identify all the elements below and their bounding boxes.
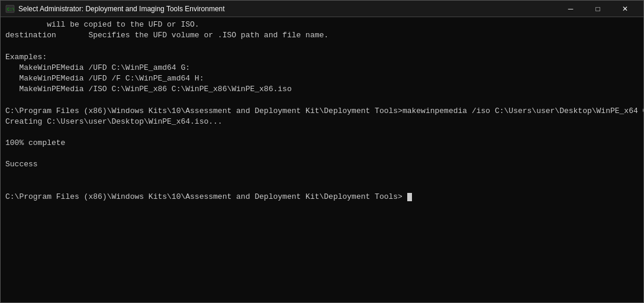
window-controls: ─ □ ✕ — [557, 1, 639, 17]
maximize-button[interactable]: □ — [584, 1, 611, 17]
terminal-output[interactable]: will be copied to the UFD or ISO. destin… — [1, 17, 643, 302]
close-button[interactable]: ✕ — [611, 1, 639, 17]
title-bar: C:\ Select Administrator: Deployment and… — [1, 1, 643, 17]
terminal-icon: C:\ — [5, 4, 15, 14]
svg-text:C:\: C:\ — [7, 7, 15, 12]
terminal-window: C:\ Select Administrator: Deployment and… — [0, 0, 644, 303]
minimize-button[interactable]: ─ — [557, 1, 584, 17]
terminal-cursor — [407, 193, 412, 201]
window-title: Select Administrator: Deployment and Ima… — [18, 5, 557, 13]
